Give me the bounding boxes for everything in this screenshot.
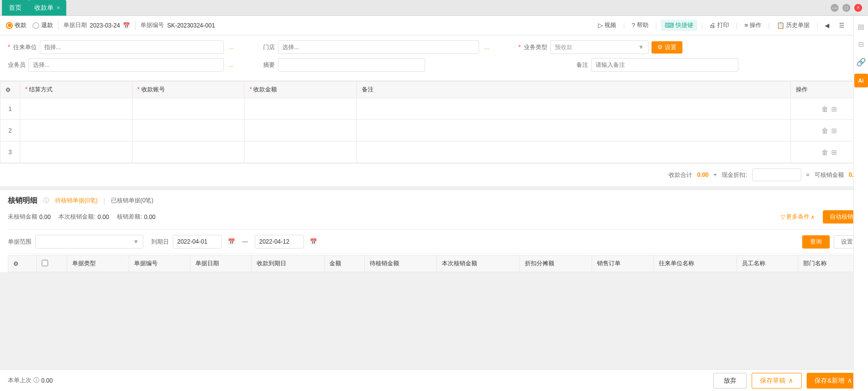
tab-close-icon[interactable]: × xyxy=(56,4,60,11)
operations-btn[interactable]: ≡ 操作 xyxy=(741,20,764,30)
counterpart-ellipsis-btn[interactable]: ... xyxy=(229,44,234,51)
copy-btn-3[interactable]: ⊞ xyxy=(831,148,837,156)
bottom-col-settings[interactable]: ⚙ xyxy=(8,255,37,272)
right-sidebar: ▤ ⊟ 🔗 Ai xyxy=(853,16,868,391)
bottom-col-amount: 金额 xyxy=(324,255,364,272)
sidebar-list-icon[interactable]: ⊟ xyxy=(855,38,867,50)
help-btn[interactable]: ? 帮助 xyxy=(629,20,651,30)
calendar-from-icon[interactable]: 📅 xyxy=(228,238,235,245)
table-row: 3 🗑 ⊞ xyxy=(0,141,868,163)
counterpart-input[interactable] xyxy=(40,40,224,54)
sidebar-table-icon[interactable]: ▤ xyxy=(855,21,867,32)
calendar-to-icon[interactable]: 📅 xyxy=(310,238,317,245)
verify-info-icon[interactable]: ⓘ xyxy=(43,196,49,205)
diff-value: 0.00 xyxy=(144,214,155,221)
salesperson-ellipsis-btn[interactable]: ... xyxy=(229,61,234,68)
filter-range-arrow: ▼ xyxy=(133,238,139,245)
print-btn[interactable]: 🖨 打印 xyxy=(706,20,732,30)
radio-receipt[interactable]: 收款 xyxy=(6,21,27,29)
col-amount-label: 收款金额 xyxy=(253,86,277,93)
copy-btn-1[interactable]: ⊞ xyxy=(831,105,837,113)
store-ellipsis-btn[interactable]: ... xyxy=(484,44,489,51)
tab-home[interactable]: 首页 xyxy=(2,0,28,16)
col-account-label: 收款账号 xyxy=(141,86,165,93)
nav-prev-icon: ◀ xyxy=(825,22,829,29)
home-tab-label: 首页 xyxy=(9,3,22,12)
date-field-value[interactable]: 2023-03-24 xyxy=(90,22,120,29)
settlement-cell-2[interactable] xyxy=(20,120,133,141)
date-field-label: 单据日期 xyxy=(63,21,87,29)
tab-receipt[interactable]: 收款单 × xyxy=(28,0,66,16)
date-from-input[interactable] xyxy=(173,235,222,249)
more-conditions-btn[interactable]: ▽ 更多条件 ∧ xyxy=(781,213,815,221)
settlement-cell-3[interactable] xyxy=(20,141,133,163)
col-settings-header[interactable]: ⚙ xyxy=(0,82,20,98)
amount-cell-2[interactable] xyxy=(244,120,357,141)
sidebar-ai-icon[interactable]: Ai xyxy=(854,74,868,87)
select-all-checkbox[interactable] xyxy=(42,260,48,266)
sidebar-link-icon[interactable]: 🔗 xyxy=(855,56,867,68)
account-cell-1[interactable] xyxy=(132,98,244,120)
query-btn[interactable]: 查询 xyxy=(802,235,830,249)
remark-field: 备注 xyxy=(576,58,860,72)
receipt-radio-circle xyxy=(6,22,13,29)
bottom-col-sales-order: 销售订单 xyxy=(592,255,653,272)
minimize-button[interactable]: — xyxy=(831,4,839,12)
remark-input[interactable] xyxy=(591,58,738,72)
history-label: 历史单据 xyxy=(786,21,810,29)
calendar-icon[interactable]: 📅 xyxy=(123,22,130,29)
store-input[interactable] xyxy=(278,40,479,54)
amount-cell-1[interactable] xyxy=(244,98,357,120)
remark-cell-1[interactable] xyxy=(357,98,791,120)
current-col-label: 本次核销金额 xyxy=(442,260,477,267)
close-button[interactable]: × xyxy=(854,4,862,12)
save-new-button[interactable]: 保存&新增 ∧ xyxy=(807,373,860,389)
remark-cell-2[interactable] xyxy=(357,120,791,141)
account-cell-2[interactable] xyxy=(132,120,244,141)
business-type-select[interactable]: 预收款 ▼ xyxy=(550,40,649,54)
action-btns-3: 🗑 ⊞ xyxy=(796,148,863,156)
filter-range-select[interactable]: ▼ xyxy=(35,235,143,249)
footer-info-icon[interactable]: ⓘ xyxy=(33,376,39,385)
discount-input[interactable] xyxy=(752,168,801,181)
date-to-input[interactable] xyxy=(255,235,304,249)
verify-tab-sep: | xyxy=(104,197,105,204)
summary-input[interactable] xyxy=(278,58,425,72)
account-cell-3[interactable] xyxy=(132,141,244,163)
save-new-arrow-icon: ∧ xyxy=(847,377,852,384)
number-field-group: 单据编号 SK-20230324-001 xyxy=(140,21,215,29)
radio-refund[interactable]: 退款 xyxy=(32,21,53,29)
verify-completed-tab[interactable]: 已核销单据(0笔) xyxy=(111,196,154,205)
bottom-col-checkbox[interactable] xyxy=(37,255,67,272)
salesperson-input[interactable] xyxy=(28,58,224,72)
save-draft-button[interactable]: 保存草稿 ∧ xyxy=(752,373,802,389)
abandon-button[interactable]: 放弃 xyxy=(713,373,747,389)
verify-pending-tab[interactable]: 待核销单据(0笔) xyxy=(55,196,98,205)
menu-icon-btn[interactable]: ☰ xyxy=(836,21,847,30)
more-conditions-label: 更多条件 xyxy=(786,213,810,221)
amount-cell-3[interactable] xyxy=(244,141,357,163)
settings-button[interactable]: ⚙ 设置 xyxy=(651,41,682,54)
maximize-button[interactable]: □ xyxy=(842,4,850,12)
delete-btn-3[interactable]: 🗑 xyxy=(821,148,828,156)
copy-btn-2[interactable]: ⊞ xyxy=(831,127,837,135)
save-new-label: 保存&新增 xyxy=(814,376,844,385)
current-label: 本次核销金额: xyxy=(58,213,95,221)
bottom-col-pending: 待核销金额 xyxy=(364,255,436,272)
number-field-value[interactable]: SK-20230324-001 xyxy=(167,22,215,29)
bill-type-label: 单据类型 xyxy=(72,260,96,267)
diff-stat: 核销差额: 0.00 xyxy=(117,213,156,221)
main-toolbar: 收款 退款 单据日期 2023-03-24 📅 单据编号 SK-20230324… xyxy=(0,16,868,35)
delete-btn-2[interactable]: 🗑 xyxy=(821,127,828,135)
remark-cell-3[interactable] xyxy=(357,141,791,163)
shortcut-btn[interactable]: ⌨ 快捷键 xyxy=(661,20,697,31)
total-label: 收款合计 xyxy=(669,171,692,179)
nav-prev-btn[interactable]: ◀ xyxy=(822,21,832,30)
save-draft-label: 保存草稿 xyxy=(760,376,786,385)
settlement-cell-1[interactable] xyxy=(20,98,133,120)
delete-btn-1[interactable]: 🗑 xyxy=(821,105,828,113)
bottom-col-bill-type: 单据类型 xyxy=(67,255,129,272)
verify-section: 核销明细 ⓘ 待核销单据(0笔) | 已核销单据(0笔) 未核销金额 0.00 … xyxy=(0,190,868,272)
video-btn[interactable]: ▷ 视频 xyxy=(595,20,619,30)
history-btn[interactable]: 📋 历史单据 xyxy=(774,20,813,30)
